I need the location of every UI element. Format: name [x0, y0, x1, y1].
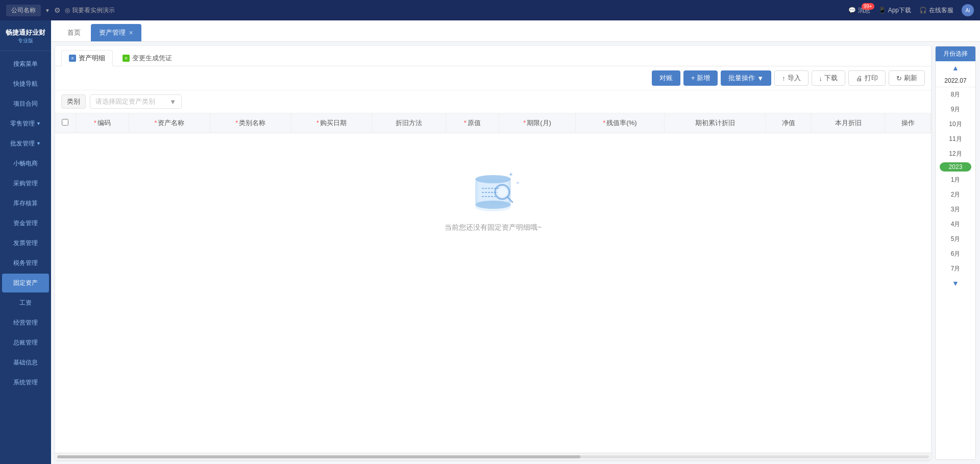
month-item-9[interactable]: 9月 [936, 102, 975, 117]
detail-tab-icon: ≡ [69, 55, 76, 62]
demo-icon: ◎ [65, 7, 70, 14]
svg-point-9 [497, 187, 507, 197]
category-label: 类别 [61, 94, 86, 109]
sidebar-item-assets[interactable]: 固定资产 [2, 274, 49, 292]
sidebar-item-ecom[interactable]: 小畅电商 [2, 154, 49, 173]
refresh-icon: ↻ [896, 75, 902, 82]
import-button[interactable]: ↑ 导入 [774, 70, 808, 86]
retail-arrow-icon: ▼ [36, 121, 41, 126]
month-panel-title: 月份选择 [943, 50, 968, 58]
gear-icon[interactable]: ⚙ [54, 6, 61, 14]
wholesale-arrow-icon: ▼ [36, 141, 41, 146]
message-badge: 99+ [862, 3, 874, 10]
sidebar-item-ops[interactable]: 经营管理 [2, 313, 49, 332]
headset-icon: 🎧 [919, 7, 927, 14]
sidebar-item-project[interactable]: 项目合同 [2, 94, 49, 113]
sidebar-item-tax[interactable]: 税务管理 [2, 254, 49, 273]
top-bar-left: 公司名称 ▼ ⚙ ◎ 我要看实例演示 [6, 5, 843, 16]
month-item-2[interactable]: 2月 [936, 187, 975, 202]
month-item-6[interactable]: 6月 [936, 247, 975, 261]
print-button[interactable]: 🖨 打印 [848, 70, 886, 86]
company-dropdown-icon[interactable]: ▼ [45, 8, 50, 13]
empty-text: 当前您还没有固定资产明细哦~ [445, 223, 542, 232]
tab-close-icon[interactable]: ✕ [129, 30, 133, 36]
month-item-8[interactable]: 8月 [936, 87, 975, 102]
sidebar-item-wholesale[interactable]: 批发管理▼ [2, 134, 49, 153]
tab-bar: 首页 资产管理 ✕ [51, 20, 980, 42]
svg-text:✦: ✦ [516, 181, 520, 185]
sidebar-item-purchase[interactable]: 采购管理 [2, 174, 49, 193]
month-item-1[interactable]: 1月 [936, 173, 975, 187]
sidebar-item-ledger[interactable]: 总账管理 [2, 333, 49, 352]
col-monthly-dep: 本月折旧 [811, 113, 885, 133]
download-icon: ↓ [819, 75, 823, 82]
content-area: 首页 资产管理 ✕ ≡ 资产明细 ≡ 变更生成凭证 [51, 20, 980, 464]
scrollbar-thumb [57, 455, 580, 458]
filter-row: 类别 请选择固定资产类别 ▼ [55, 90, 931, 113]
month-item-3[interactable]: 3月 [936, 202, 975, 217]
main-layout: 畅捷通好业财 专业版 搜索菜单 快捷导航 项目合同 零售管理▼ 批发管理▼ 小畅… [0, 20, 980, 464]
sidebar-item-basic[interactable]: 基础信息 [2, 353, 49, 372]
sidebar-item-search[interactable]: 搜索菜单 [2, 55, 49, 74]
col-net-value: 净值 [766, 113, 812, 133]
month-up-btn[interactable]: ▲ [949, 63, 962, 73]
batch-button[interactable]: 批量操作 ▼ [721, 70, 771, 86]
duizhang-button[interactable]: 对账 [652, 70, 680, 86]
month-item-7[interactable]: 7月 [936, 261, 975, 276]
svg-text:✦: ✦ [508, 171, 513, 178]
download-button[interactable]: ↓ 下载 [812, 70, 846, 86]
sub-tab-voucher[interactable]: ≡ 变更生成凭证 [115, 50, 180, 66]
month-item-12[interactable]: 12月 [936, 146, 975, 161]
scrollbar-track [57, 455, 929, 458]
col-residual: *残值率(%) [575, 113, 664, 133]
col-accum-dep: 期初累计折旧 [664, 113, 765, 133]
empty-state: ✦ ✦ 当前您还没有固定资产明细哦~ [55, 133, 931, 263]
sidebar: 畅捷通好业财 专业版 搜索菜单 快捷导航 项目合同 零售管理▼ 批发管理▼ 小畅… [0, 20, 51, 464]
sub-tab-detail[interactable]: ≡ 资产明细 [61, 50, 113, 66]
month-item-5[interactable]: 5月 [936, 232, 975, 247]
toolbar: 对账 + 新增 批量操作 ▼ ↑ 导入 ↓ 下载 🖨 [55, 66, 931, 90]
sidebar-item-retail[interactable]: 零售管理▼ [2, 114, 49, 133]
current-year-label[interactable]: 2022.07 [936, 75, 975, 87]
main-panel: ≡ 资产明细 ≡ 变更生成凭证 对账 + 新增 批量操作 ▼ [55, 46, 931, 460]
year-badge-2023[interactable]: 2023 [940, 162, 971, 172]
sub-tabs: ≡ 资产明细 ≡ 变更生成凭证 [55, 46, 931, 66]
tab-assets[interactable]: 资产管理 ✕ [91, 24, 141, 41]
import-icon: ↑ [782, 75, 786, 82]
month-down-btn[interactable]: ▼ [949, 278, 962, 288]
col-original: *原值 [446, 113, 499, 133]
select-all-checkbox[interactable] [62, 119, 68, 126]
col-code: *编码 [76, 113, 129, 133]
tab-home[interactable]: 首页 [59, 24, 89, 41]
message-icon: 💬 [848, 7, 856, 14]
online-service-btn[interactable]: 🎧 在线客服 [919, 6, 953, 15]
app-download-btn[interactable]: 📱 App下载 [878, 6, 911, 15]
month-item-11[interactable]: 11月 [936, 132, 975, 146]
sidebar-item-inventory[interactable]: 库存核算 [2, 194, 49, 213]
month-panel-header: 月份选择 [936, 46, 975, 61]
category-select[interactable]: 请选择固定资产类别 ▼ [90, 94, 182, 109]
sidebar-item-invoice[interactable]: 发票管理 [2, 234, 49, 253]
page-content: ≡ 资产明细 ≡ 变更生成凭证 对账 + 新增 批量操作 ▼ [51, 42, 980, 464]
bottom-scrollbar[interactable] [55, 453, 931, 460]
table-header-row: *编码 *资产名称 *类别名称 *购买日期 折旧方法 *原值 *期限(月) *残… [55, 113, 931, 133]
user-avatar[interactable]: Ai [962, 4, 974, 16]
svg-point-4 [475, 201, 511, 209]
print-icon: 🖨 [856, 75, 863, 82]
col-date: *购买日期 [291, 113, 372, 133]
add-button[interactable]: + 新增 [683, 70, 718, 86]
messages-btn[interactable]: 💬 消息 99+ [848, 6, 870, 15]
phone-icon: 📱 [878, 7, 886, 14]
sidebar-item-quicknav[interactable]: 快捷导航 [2, 75, 49, 93]
refresh-button[interactable]: ↻ 刷新 [889, 70, 925, 86]
sidebar-item-system[interactable]: 系统管理 [2, 373, 49, 392]
month-item-10[interactable]: 10月 [936, 117, 975, 132]
company-name[interactable]: 公司名称 [6, 5, 41, 16]
empty-illustration: ✦ ✦ [462, 164, 524, 215]
sidebar-item-fund[interactable]: 资金管理 [2, 214, 49, 233]
sidebar-item-salary[interactable]: 工资 [2, 294, 49, 312]
month-item-4[interactable]: 4月 [936, 217, 975, 232]
brand-sub: 专业版 [3, 37, 48, 44]
demo-link[interactable]: ◎ 我要看实例演示 [65, 6, 115, 15]
select-arrow-icon: ▼ [169, 98, 176, 106]
